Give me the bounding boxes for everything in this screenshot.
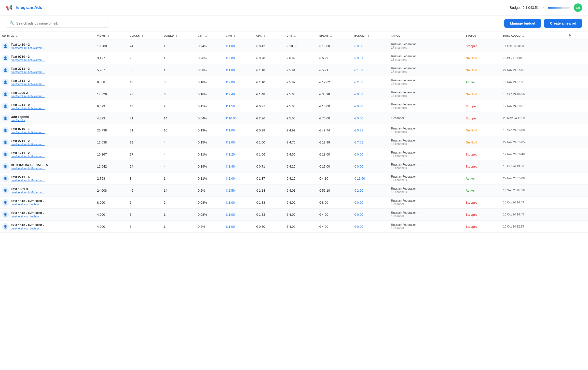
ctr-cell: 0.19%	[196, 124, 224, 136]
more-options-cell[interactable]: ⋮	[566, 88, 588, 100]
status-badge: On Hold	[466, 57, 477, 60]
logo[interactable]: 📢 Telegram Ads	[6, 4, 42, 11]
more-options-cell[interactable]: ⋮	[566, 148, 588, 160]
col-header-cpm[interactable]: CPM ▲	[224, 31, 254, 40]
col-header-cpc[interactable]: CPC ▲	[254, 31, 285, 40]
clicks-cell: 24	[128, 160, 162, 172]
more-options-icon[interactable]: ⋮	[568, 115, 576, 121]
col-header-joined[interactable]: JOINED ▲	[162, 31, 196, 40]
spent-cell: € 4.10	[317, 172, 353, 185]
status-badge: Stopped	[466, 213, 478, 216]
ad-icon: 👤	[2, 151, 9, 158]
col-header-clicks[interactable]: CLICKS ▲	[128, 31, 162, 40]
col-header-budget[interactable]: BUDGET ▲	[352, 31, 389, 40]
more-options-cell[interactable]: ⋮	[566, 124, 588, 136]
views-cell: 2,798	[95, 172, 128, 185]
more-options-cell[interactable]: ⋮	[566, 40, 588, 52]
more-options-cell[interactable]: ⋮	[566, 136, 588, 148]
col-header-ctr[interactable]: CTR ▲	[196, 31, 224, 40]
more-options-cell[interactable]: ⋮	[566, 112, 588, 124]
more-options-cell[interactable]: ⋮	[566, 209, 588, 221]
ad-link[interactable]: t.me/herzl_ru_bot?start=m...	[11, 46, 45, 49]
ctr-cell: 0.11%	[196, 148, 224, 160]
manage-budget-button[interactable]: Manage budget	[504, 19, 541, 28]
more-options-cell[interactable]: ⋮	[566, 172, 588, 185]
more-options-icon[interactable]: ⋮	[568, 163, 576, 169]
ad-name: Text 1610 - Бот ВНЖ - ...	[11, 223, 48, 227]
ad-link[interactable]: t.me/herzl_ru_bot?start=m...	[11, 58, 45, 61]
col-header-cps[interactable]: CPS ▲	[285, 31, 317, 40]
settings-gear-icon[interactable]: ⚙	[568, 34, 571, 37]
spent-cell: € 33.98	[317, 88, 353, 100]
search-input[interactable]	[16, 21, 105, 25]
cps-cell: € 5.00	[285, 100, 317, 112]
more-options-icon[interactable]: ⋮	[568, 91, 576, 97]
ad-link[interactable]: t.me/herzl_ru_bot?start=m...	[11, 131, 45, 134]
ad-link[interactable]: t.me/herzl_ru_bot?start=m...	[11, 155, 45, 158]
more-options-icon[interactable]: ⋮	[568, 151, 576, 157]
date-cell: 27 Nov 24 15:08	[501, 172, 566, 185]
more-options-icon[interactable]: ⋮	[568, 127, 576, 133]
budget-progress-fill	[548, 7, 562, 9]
ad-title-cell: 👤 ВНЖ КАНАЛЫ - 1510 - 5 t.me/herzl_ru_bo…	[0, 160, 95, 172]
more-options-cell[interactable]: ⋮	[566, 185, 588, 197]
col-header-gear[interactable]: ⚙	[566, 31, 588, 40]
more-options-icon[interactable]: ⋮	[568, 199, 576, 205]
budget-cell: € 11.90	[352, 172, 389, 185]
more-options-icon[interactable]: ⋮	[568, 212, 576, 217]
ad-link[interactable]: t.me/herzl_ru_bot?start=m...	[11, 191, 45, 194]
ad-name: Text 1809 3	[11, 187, 45, 191]
cpc-cell: € 1.33	[254, 197, 285, 209]
ad-link[interactable]: t.me/herzl_ru_bot?start=m...	[11, 107, 45, 110]
budget-bar	[548, 7, 570, 9]
col-header-spent[interactable]: SPENT ▲	[317, 31, 353, 40]
more-options-icon[interactable]: ⋮	[568, 224, 576, 229]
date-cell: 16 Oct 24 14:49	[501, 197, 566, 209]
cpc-cell: € 1.10	[254, 76, 285, 88]
more-options-icon[interactable]: ⋮	[568, 139, 576, 145]
ad-link[interactable]: t.me/herzl_ru_bot?start=m...	[11, 95, 45, 98]
status-badge: Stopped	[466, 105, 478, 108]
sort-icon-date: ▲	[522, 34, 524, 37]
more-options-cell[interactable]: ⋮	[566, 64, 588, 76]
cpc-cell: € 1.18	[254, 64, 285, 76]
ad-link[interactable]: t.me/herzl_ru_bot?start=m...	[11, 179, 45, 182]
ad-link[interactable]: t.me/herzl_ru_bot?start=m...	[11, 83, 45, 85]
ad-title-cell: 👤 Text 1610 - Бот ВНЖ - ... t.me/herzl_v…	[0, 209, 95, 221]
col-header-date[interactable]: DATE ADDED ▲	[501, 31, 566, 40]
more-options-icon[interactable]: ⋮	[568, 67, 576, 73]
ad-link[interactable]: t.me/herzl_vnz_bot?start=...	[11, 227, 48, 230]
cpc-cell: € 1.33	[254, 209, 285, 221]
status-badge: Stopped	[466, 153, 478, 156]
target-cell: Russian Federation1 channel	[389, 197, 464, 209]
ad-link[interactable]: t.me/herzl_vnz_bot?start=...	[11, 203, 48, 206]
more-options-cell[interactable]: ⋮	[566, 221, 588, 233]
more-options-cell[interactable]: ⋮	[566, 100, 588, 112]
more-options-cell[interactable]: ⋮	[566, 160, 588, 172]
ad-link[interactable]: t.me/herzl_ru_bot?start=m...	[11, 167, 48, 170]
more-options-icon[interactable]: ⋮	[568, 43, 576, 49]
avatar[interactable]: ER	[574, 3, 582, 12]
more-options-icon[interactable]: ⋮	[568, 103, 576, 109]
ad-link[interactable]: t.me/herzl_ru_bot?start=m...	[11, 71, 45, 73]
views-cell: 8,629	[95, 100, 128, 112]
ad-link[interactable]: t.me/herzl_vnz_bot?start=...	[11, 215, 48, 218]
more-options-cell[interactable]: ⋮	[566, 197, 588, 209]
more-options-icon[interactable]: ⋮	[568, 79, 576, 85]
ad-link[interactable]: t.me/herzl_ru_bot?start=m...	[11, 143, 45, 146]
create-ad-button[interactable]: Create a new ad	[544, 19, 582, 28]
status-badge: Active	[466, 189, 475, 192]
more-options-cell[interactable]: ⋮	[566, 52, 588, 64]
more-options-icon[interactable]: ⋮	[568, 175, 576, 181]
more-options-icon[interactable]: ⋮	[568, 55, 576, 61]
more-options-icon[interactable]: ⋮	[568, 187, 576, 193]
col-header-views[interactable]: VIEWS ▲	[95, 31, 128, 40]
col-header-title[interactable]: AD TITLE ▲	[0, 31, 95, 40]
clicks-cell: 24	[128, 40, 162, 52]
spent-cell: € 18.00	[317, 148, 353, 160]
search-wrap[interactable]: 🔍	[6, 19, 109, 28]
more-options-cell[interactable]: ⋮	[566, 76, 588, 88]
ad-link[interactable]: t.me/herzl_il	[11, 119, 29, 122]
status-badge: On Hold	[466, 69, 477, 72]
cps-cell: € 4.75	[285, 136, 317, 148]
